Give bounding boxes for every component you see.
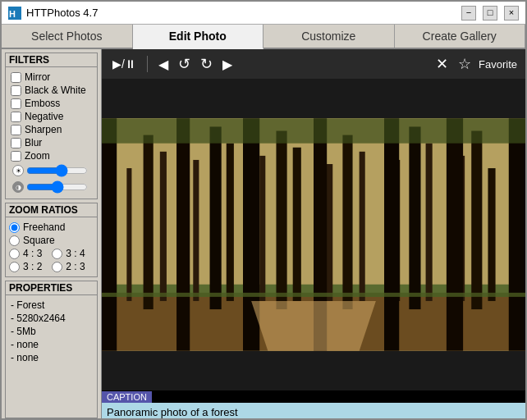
svg-marker-32: [251, 301, 376, 351]
svg-rect-18: [144, 135, 154, 309]
filter-zoom: Zoom: [9, 149, 94, 162]
svg-rect-33: [102, 293, 525, 297]
filter-zoom-label: Zoom: [25, 150, 50, 162]
contrast-slider-row: ◑: [9, 179, 94, 195]
svg-rect-25: [176, 118, 190, 350]
svg-rect-31: [102, 118, 525, 143]
ratio-4-3-radio[interactable]: [9, 249, 20, 259]
brightness-icon: ☀: [12, 165, 24, 176]
filter-bw-label: Black & White: [25, 84, 86, 96]
play-pause-button[interactable]: ▶/⏸: [110, 56, 139, 72]
svg-rect-29: [447, 118, 463, 350]
tab-edit-photo[interactable]: Edit Photo: [133, 25, 264, 49]
filter-mirror: Mirror: [9, 71, 94, 84]
app-title: HTTPhotos 4.7: [26, 7, 98, 19]
ratio-2-3-label: 2 : 3: [66, 261, 85, 272]
app-icon: H: [8, 7, 21, 20]
svg-rect-17: [488, 168, 495, 301]
filter-blur-label: Blur: [25, 137, 42, 148]
filter-bw: Black & White: [9, 84, 94, 97]
svg-rect-30: [509, 118, 525, 350]
svg-text:H: H: [9, 9, 16, 19]
svg-rect-23: [471, 131, 482, 310]
filter-sharpen-label: Sharpen: [25, 124, 62, 135]
prev-button[interactable]: ◀: [156, 55, 171, 74]
filter-zoom-checkbox[interactable]: [11, 151, 21, 162]
title-bar: H HTTPhotos 4.7 − □ ×: [2, 2, 525, 25]
svg-rect-13: [360, 152, 365, 301]
toolbar-sep-1: [147, 56, 148, 72]
svg-rect-11: [293, 148, 301, 301]
zoom-ratios-label: ZOOM RATIOS: [6, 203, 97, 217]
favorite-star-button[interactable]: ☆: [456, 53, 474, 75]
title-bar-left: H HTTPhotos 4.7: [8, 7, 98, 20]
ratio-freehand: Freehand: [9, 221, 94, 234]
filter-negative: Negative: [9, 110, 94, 123]
filter-negative-checkbox[interactable]: [11, 112, 21, 122]
brightness-slider-row: ☀: [9, 162, 94, 179]
svg-rect-15: [426, 144, 433, 301]
filter-mirror-checkbox[interactable]: [11, 72, 21, 83]
filter-sharpen-checkbox[interactable]: [11, 125, 21, 135]
tab-create-gallery[interactable]: Create Gallery: [395, 25, 526, 48]
filters-label: FILTERS: [6, 53, 97, 67]
filter-sharpen: Sharpen: [9, 123, 94, 136]
minimize-button[interactable]: −: [461, 6, 476, 21]
filter-emboss: Emboss: [9, 97, 94, 110]
ratio-3-4-radio[interactable]: [52, 249, 62, 259]
properties-section: PROPERTIES - Forest - 5280x2464 - 5Mb - …: [5, 281, 98, 418]
close-button[interactable]: ×: [504, 6, 519, 21]
playback-controls: ▶/⏸ ◀ ↺ ↻ ▶: [110, 53, 235, 75]
filter-bw-checkbox[interactable]: [11, 85, 21, 96]
svg-rect-10: [259, 156, 265, 301]
filter-blur-checkbox[interactable]: [11, 138, 21, 148]
filter-negative-label: Negative: [25, 111, 63, 122]
photo-display: [102, 79, 525, 390]
rotate-left-button[interactable]: ↺: [176, 53, 193, 75]
photo-toolbar: ▶/⏸ ◀ ↺ ↻ ▶ ✕ ☆ Favorite: [102, 49, 525, 79]
tab-select-photos[interactable]: Select Photos: [2, 25, 133, 48]
favorite-label: Favorite: [479, 58, 517, 71]
tab-customize[interactable]: Customize: [264, 25, 395, 48]
rotate-right-button[interactable]: ↻: [198, 53, 215, 75]
ratio-3-2-radio[interactable]: [9, 262, 20, 272]
svg-rect-20: [276, 131, 286, 310]
ratio-square-radio[interactable]: [9, 235, 20, 246]
ratio-3-4-label: 3 : 4: [66, 248, 85, 259]
filter-mirror-label: Mirror: [25, 71, 50, 83]
svg-rect-19: [210, 126, 222, 309]
caption-label: CAPTION: [102, 391, 152, 403]
filter-emboss-checkbox[interactable]: [11, 98, 21, 109]
zoom-ratios-section: ZOOM RATIOS Freehand Square 4 : 3 3 : 4 …: [5, 203, 98, 277]
caption-input[interactable]: [102, 403, 525, 420]
ratio-row-2: 3 : 2 2 : 3: [9, 260, 94, 273]
ratio-freehand-radio[interactable]: [9, 222, 20, 233]
close-photo-button[interactable]: ✕: [433, 53, 451, 75]
nav-tabs: Select Photos Edit Photo Customize Creat…: [2, 25, 525, 49]
forest-image: [102, 79, 525, 390]
caption-area: CAPTION: [102, 390, 525, 420]
svg-rect-9: [227, 144, 234, 301]
ratio-3-2-label: 3 : 2: [23, 261, 42, 272]
svg-rect-24: [102, 118, 117, 350]
svg-rect-12: [326, 164, 332, 301]
filters-section: FILTERS Mirror Black & White Emboss Nega…: [5, 52, 98, 199]
brightness-slider[interactable]: [26, 164, 88, 177]
next-button[interactable]: ▶: [220, 55, 235, 74]
maximize-button[interactable]: □: [483, 6, 497, 21]
window-controls: − □ ×: [461, 6, 519, 21]
svg-rect-21: [342, 135, 352, 309]
svg-rect-6: [126, 168, 131, 301]
contrast-icon: ◑: [12, 181, 24, 193]
action-controls: ✕ ☆ Favorite: [433, 53, 517, 75]
prop-dimensions: - 5280x2464: [9, 312, 94, 325]
photo-area: ▶/⏸ ◀ ↺ ↻ ▶ ✕ ☆ Favorite: [102, 49, 525, 420]
contrast-slider[interactable]: [26, 180, 88, 194]
svg-rect-7: [160, 152, 167, 301]
sidebar: FILTERS Mirror Black & White Emboss Nega…: [2, 49, 102, 420]
prop-name: - Forest: [9, 299, 94, 312]
prop-extra2: - none: [9, 351, 94, 364]
ratio-2-3-radio[interactable]: [52, 262, 62, 272]
ratio-square-label: Square: [23, 235, 55, 246]
ratio-row-1: 4 : 3 3 : 4: [9, 247, 94, 260]
